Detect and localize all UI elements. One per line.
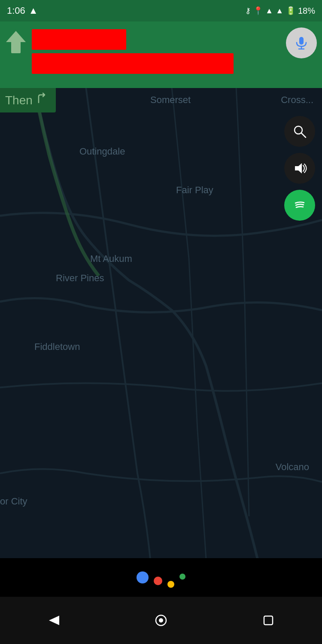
- voice-search-button[interactable]: [286, 27, 317, 58]
- svg-rect-2: [299, 37, 304, 45]
- spotify-button[interactable]: [284, 190, 315, 221]
- battery-percent: 18%: [298, 6, 315, 16]
- system-navigation-bar: [0, 597, 322, 644]
- then-turn-arrow: [36, 92, 49, 108]
- volume-button[interactable]: [284, 153, 315, 184]
- status-left: 1:06 ▲: [7, 5, 38, 16]
- wifi-icon: ▲: [265, 6, 273, 15]
- svg-line-7: [301, 133, 306, 137]
- location-icon: 📍: [253, 6, 263, 15]
- nav-direction-arrow: [5, 29, 27, 55]
- then-label: Then: [5, 94, 33, 107]
- recents-button[interactable]: [255, 608, 281, 633]
- svg-rect-5: [0, 88, 322, 558]
- map-view[interactable]: Somerset Cross... Outingdale Fair Play M…: [0, 88, 322, 558]
- assistant-bar[interactable]: [0, 558, 322, 597]
- nav-street-redacted: [32, 53, 234, 74]
- home-button[interactable]: [148, 608, 174, 633]
- svg-point-9: [292, 197, 307, 213]
- svg-rect-13: [264, 616, 273, 625]
- status-right: ⚷ 📍 ▲ ▲ 🔋 18%: [245, 6, 315, 16]
- back-button[interactable]: [41, 608, 67, 633]
- signal-icon: ▲: [276, 6, 283, 15]
- key-icon: ⚷: [245, 6, 251, 15]
- svg-marker-0: [6, 31, 26, 52]
- then-turn-indicator: Then: [0, 88, 56, 112]
- map-controls-panel: [284, 116, 315, 221]
- svg-rect-1: [11, 51, 21, 53]
- nav-instructions: [32, 29, 281, 74]
- navigation-header: [0, 21, 322, 88]
- time: 1:06: [7, 5, 25, 16]
- map-roads-svg: [0, 88, 322, 558]
- status-bar: 1:06 ▲ ⚷ 📍 ▲ ▲ 🔋 18%: [0, 0, 322, 21]
- svg-point-12: [159, 618, 163, 623]
- navigation-icon: ▲: [29, 5, 38, 16]
- search-button[interactable]: [284, 116, 315, 147]
- battery-icon: 🔋: [286, 6, 295, 15]
- svg-marker-10: [49, 616, 59, 625]
- nav-distance-redacted: [32, 29, 126, 50]
- svg-marker-8: [295, 163, 302, 173]
- google-assistant-dots: [136, 571, 186, 583]
